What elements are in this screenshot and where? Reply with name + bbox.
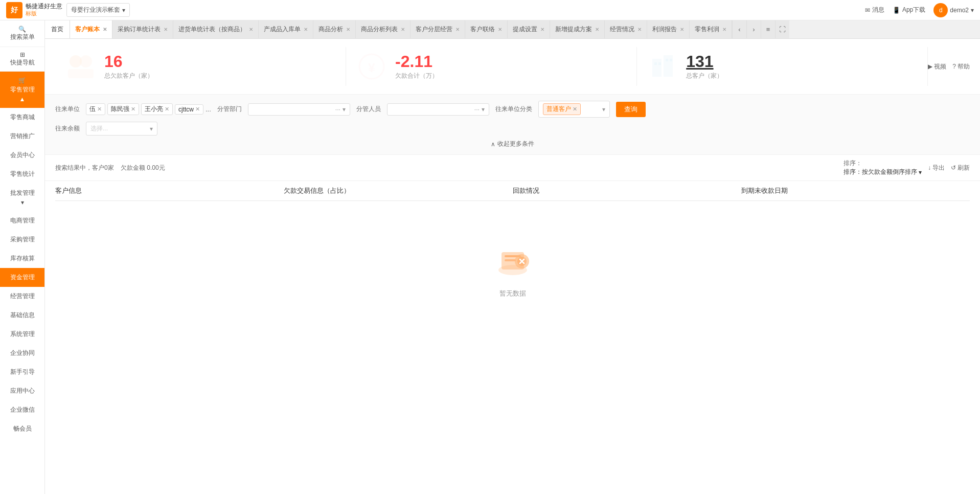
tab-close-icon[interactable]: ✕ (498, 27, 502, 32)
tab-profit-report[interactable]: 利润报告 ✕ (647, 20, 690, 38)
tab-label: 经营情况 (610, 25, 634, 34)
help-button[interactable]: ? 帮助 (952, 62, 970, 71)
tab-label: 新增提成方案 (555, 25, 592, 34)
sidebar-item-purchase-mgmt[interactable]: 采购管理 (0, 230, 44, 249)
tab-commission-settings[interactable]: 提成设置 ✕ (508, 20, 550, 38)
tab-customer-tiering[interactable]: 客户分层经营 ✕ (411, 20, 465, 38)
sort-label: 排序： 排序：按欠款金额倒序排序 ▾ (844, 159, 922, 176)
balance-dropdown[interactable]: 选择... ▾ (86, 122, 157, 136)
tab-next-button[interactable]: › (746, 20, 761, 38)
tab-close-icon[interactable]: ✕ (595, 27, 599, 32)
sidebar-item-member-center[interactable]: 会员中心 (0, 146, 44, 165)
sidebar-item-new-guide[interactable]: 新手引导 (0, 363, 44, 381)
unit-class-tag-remove[interactable]: ✕ (573, 106, 577, 113)
tab-operation-status[interactable]: 经营情况 ✕ (605, 20, 647, 38)
sidebar-item-label: 企业微信 (10, 406, 35, 414)
tab-prev-button[interactable]: ‹ (732, 20, 746, 38)
sidebar-item-operation-mgmt[interactable]: 经营管理 (0, 287, 44, 306)
result-count-text: 搜索结果中，客户0家 (55, 164, 114, 171)
tab-product-inbound[interactable]: 产成品入库单 ✕ (259, 20, 313, 38)
logo-sub: 标版 (26, 10, 62, 17)
tab-add-commission-plan[interactable]: 新增提成方案 ✕ (550, 20, 605, 38)
sidebar-item-inventory[interactable]: 库存核算 (0, 249, 44, 268)
tab-close-icon[interactable]: ✕ (103, 27, 107, 32)
tab-close-icon[interactable]: ✕ (164, 27, 168, 32)
tab-label: 商品分析列表 (361, 25, 398, 34)
tab-close-icon[interactable]: ✕ (346, 27, 350, 32)
tab-close-icon[interactable]: ✕ (249, 27, 253, 32)
stat-card-total: 131 总客户（家） (637, 47, 928, 86)
sidebar-item-enterprise-collab[interactable]: 企业协同 (0, 344, 44, 363)
sidebar-item-finance[interactable]: 资金管理 (0, 268, 44, 287)
sidebar-item-app-center[interactable]: 应用中心 (0, 381, 44, 400)
chevron-down-icon: ▾ (602, 106, 605, 113)
search-menu-button[interactable]: 🔍 搜索菜单 (0, 20, 44, 47)
filter-tag-wu: 伍 ✕ (86, 103, 105, 115)
sidebar-item-label: 资金管理 (10, 273, 35, 282)
tab-close-icon[interactable]: ✕ (540, 27, 544, 32)
person-dropdown[interactable]: ··· ▾ (387, 103, 489, 116)
export-button[interactable]: ↓ 导出 (928, 164, 945, 172)
sidebar-item-ecom-mgmt[interactable]: 电商管理 (0, 211, 44, 230)
tab-label: 商品分析 (318, 25, 343, 34)
tab-product-analysis-list[interactable]: 商品分析列表 ✕ (356, 20, 411, 38)
tag-remove-wang[interactable]: ✕ (165, 106, 169, 113)
sidebar-item-chang-member[interactable]: 畅会员 (0, 419, 44, 438)
tab-close-icon[interactable]: ✕ (722, 27, 726, 32)
table-header: 客户信息 欠款交易信息（占比） 回款情况 到期未收款日期 (55, 181, 970, 201)
user-menu[interactable]: d demo2 ▾ (933, 3, 974, 17)
collapse-button[interactable]: ∧ 收起更多条件 (491, 140, 534, 148)
svg-rect-9 (666, 59, 668, 61)
search-menu-label: 搜索菜单 (4, 33, 40, 41)
sidebar-item-label: 基础信息 (10, 311, 35, 320)
sidebar-item-wholesale-mgmt[interactable]: 批发管理 ▾ (0, 184, 44, 211)
tab-purchase-order-stats[interactable]: 采购订单统计表 ✕ (112, 20, 173, 38)
tab-purchase-stats-by-product[interactable]: 进货单统计表（按商品） ✕ (173, 20, 259, 38)
sidebar-item-retail-mgmt[interactable]: 🛒 零售管理 ▲ (0, 72, 44, 108)
sidebar-item-label: 零售管理 (10, 85, 35, 94)
chevron-down-icon: ▾ (482, 106, 485, 113)
sidebar-item-marketing[interactable]: 营销推广 (0, 127, 44, 146)
video-button[interactable]: ▶ 视频 (928, 62, 946, 71)
tab-close-icon[interactable]: ✕ (455, 27, 460, 32)
dept-dropdown[interactable]: ··· ▾ (248, 103, 350, 116)
tab-menu-button[interactable]: ≡ (761, 20, 775, 38)
tag-remove-cjttcw[interactable]: ✕ (195, 106, 200, 113)
tab-close-icon[interactable]: ✕ (680, 27, 684, 32)
query-button[interactable]: 查询 (616, 102, 646, 117)
tab-customer-ledger[interactable]: 客户账本 ✕ (70, 20, 112, 38)
suite-dropdown[interactable]: 母婴行业演示帐套 ▾ (66, 3, 130, 17)
tag-more-button[interactable]: ... (206, 105, 211, 113)
stat-label-total: 总客户（家） (686, 72, 723, 80)
chevron-down-icon: ▾ (343, 106, 346, 113)
sidebar-item-enterprise-wechat[interactable]: 企业微信 (0, 400, 44, 419)
search-result-text: 搜索结果中，客户0家 欠款金额 0.00元 (55, 164, 165, 172)
sidebar-item-system-mgmt[interactable]: 系统管理 (0, 325, 44, 344)
tab-home[interactable]: 首页 (45, 20, 70, 38)
phone-icon: 📱 (893, 7, 900, 14)
sidebar-item-label: 企业协同 (10, 349, 35, 357)
tab-close-icon[interactable]: ✕ (401, 27, 405, 32)
sidebar-item-label: 系统管理 (10, 330, 35, 339)
sidebar-item-retail-mall[interactable]: 零售商城 (0, 108, 44, 127)
sidebar-item-retail-stats[interactable]: 零售统计 (0, 165, 44, 184)
tab-close-icon[interactable]: ✕ (637, 27, 642, 32)
tab-fullscreen-button[interactable]: ⛶ (775, 20, 789, 38)
tab-close-icon[interactable]: ✕ (304, 27, 308, 32)
refresh-button[interactable]: ↺ 刷新 (951, 164, 970, 172)
logo-icon: 好 (6, 2, 22, 18)
person-filter-label: 分管人员 (356, 105, 381, 114)
tab-product-analysis[interactable]: 商品分析 ✕ (313, 20, 356, 38)
unit-class-dropdown[interactable]: 普通客户 ✕ ▾ (538, 101, 610, 118)
tab-customer-contact[interactable]: 客户联络 ✕ (465, 20, 508, 38)
message-button[interactable]: ✉ 消息 (865, 6, 884, 14)
app-download-button[interactable]: 📱 App下载 (893, 6, 925, 14)
tag-remove-chen[interactable]: ✕ (131, 106, 135, 113)
quick-nav-button[interactable]: ⊞ 快捷导航 (0, 47, 44, 72)
sidebar-item-basic-info[interactable]: 基础信息 (0, 306, 44, 325)
sidebar-item-label: 会员中心 (10, 151, 35, 160)
sidebar-item-label: 零售统计 (10, 170, 35, 178)
tab-retail-profit[interactable]: 零售利润 ✕ (690, 20, 732, 38)
tag-remove-wu[interactable]: ✕ (97, 106, 102, 113)
sort-dropdown[interactable]: 排序：按欠款金额倒序排序 ▾ (844, 168, 922, 176)
